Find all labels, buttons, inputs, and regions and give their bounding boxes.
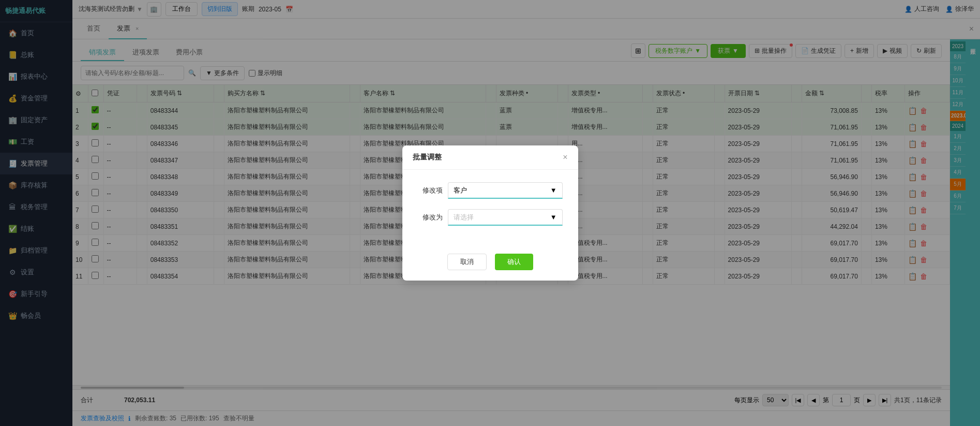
cancel-button[interactable]: 取消	[447, 254, 487, 270]
batch-adjust-modal: 批量调整 × 修改项 客户 ▼ 修改为 请选择 ▼ 取消 确认	[402, 145, 578, 281]
field-select[interactable]: 客户 ▼	[448, 182, 563, 199]
value-placeholder: 请选择	[454, 213, 474, 222]
modal-header: 批量调整 ×	[402, 145, 578, 170]
value-select[interactable]: 请选择 ▼	[448, 209, 563, 226]
modal-close-button[interactable]: ×	[563, 153, 567, 162]
field-row: 修改项 客户 ▼	[418, 182, 563, 199]
modal-footer: 取消 确认	[402, 248, 578, 281]
modal-title: 批量调整	[413, 153, 442, 162]
modal-overlay: 批量调整 × 修改项 客户 ▼ 修改为 请选择 ▼ 取消 确认	[0, 0, 980, 426]
value-dropdown-icon: ▼	[550, 213, 557, 221]
field-value: 客户	[454, 186, 467, 195]
confirm-button[interactable]: 确认	[495, 254, 533, 270]
modal-body: 修改项 客户 ▼ 修改为 请选择 ▼	[402, 170, 578, 248]
value-row: 修改为 请选择 ▼	[418, 209, 563, 226]
value-label: 修改为	[418, 213, 443, 222]
field-dropdown-icon: ▼	[550, 186, 557, 194]
field-label: 修改项	[418, 186, 443, 195]
